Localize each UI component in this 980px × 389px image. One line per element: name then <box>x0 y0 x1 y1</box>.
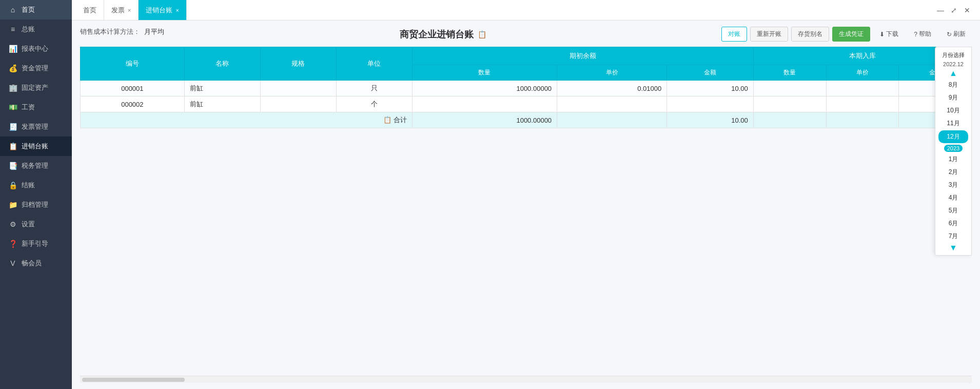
table-row: 000002 前缸 个 <box>81 96 972 112</box>
tab-home[interactable]: 首页 <box>76 0 104 20</box>
sidebar: ⌂ 首页 ≡ 总账 📊 报表中心 💰 资金管理 🏢 固定资产 💵 工资 🧾 发票… <box>0 0 72 389</box>
horizontal-scrollbar[interactable] <box>80 376 972 383</box>
sidebar-item-home[interactable]: ⌂ 首页 <box>0 0 72 20</box>
refresh-button[interactable]: ↻ 刷新 <box>940 27 972 41</box>
generate-voucher-button[interactable]: 生成凭证 <box>832 27 870 42</box>
ledger-icon: ≡ <box>8 25 17 33</box>
month-item-8[interactable]: 8月 <box>935 79 971 91</box>
sidebar-item-label: 报表中心 <box>22 44 48 53</box>
sidebar-item-label: 资金管理 <box>22 64 48 73</box>
tab-home-label: 首页 <box>83 6 96 15</box>
col-header-spec: 规格 <box>260 47 336 81</box>
member-icon: V <box>8 259 17 267</box>
download-button[interactable]: ⬇ 下载 <box>873 27 905 41</box>
row-spec <box>260 81 336 96</box>
maximize-button[interactable]: ⤢ <box>949 6 958 15</box>
salary-icon: 💵 <box>8 103 17 111</box>
window-controls: — ⤢ ✕ <box>936 6 976 15</box>
sidebar-item-label: 税务管理 <box>22 161 48 170</box>
save-alias-button[interactable]: 存货别名 <box>791 27 829 42</box>
month-item-7[interactable]: 7月 <box>935 230 971 243</box>
reopen-button[interactable]: 重新开账 <box>750 27 788 42</box>
sidebar-item-archive[interactable]: 📁 归档管理 <box>0 195 72 215</box>
reconcile-button[interactable]: 对账 <box>721 27 747 42</box>
sidebar-item-label: 畅会员 <box>22 259 42 268</box>
sidebar-item-tax[interactable]: 📑 税务管理 <box>0 156 72 176</box>
sidebar-item-label: 新手引导 <box>22 239 48 248</box>
sidebar-item-reports[interactable]: 📊 报表中心 <box>0 39 72 59</box>
cost-method-value: 月平均 <box>144 27 164 36</box>
col-header-unit: 单位 <box>336 47 412 81</box>
month-item-6[interactable]: 6月 <box>935 217 971 230</box>
sidebar-item-settings[interactable]: ⚙ 设置 <box>0 215 72 234</box>
row-opening-price <box>557 96 667 112</box>
month-scroll-down[interactable]: ▼ <box>949 243 957 253</box>
sidebar-item-label: 归档管理 <box>22 200 48 209</box>
page-title: 商贸企业进销台账 📋 <box>172 28 713 41</box>
month-panel-year-2022[interactable]: 2022.12 <box>943 60 964 68</box>
month-scroll-up[interactable]: ▲ <box>949 68 957 79</box>
tab-invoice[interactable]: 发票 × <box>104 0 139 20</box>
month-item-2[interactable]: 2月 <box>935 166 971 179</box>
month-item-11[interactable]: 11月 <box>935 117 971 130</box>
toolbar: 对账 重新开账 存货别名 生成凭证 ⬇ 下载 ? 帮助 ↻ 刷新 <box>721 27 972 42</box>
content-area: 销售成本计算方法： 月平均 商贸企业进销台账 📋 对账 重新开账 存货别名 生成… <box>72 21 980 389</box>
row-inbound-price <box>826 81 899 96</box>
help-button[interactable]: ? 帮助 <box>908 27 937 41</box>
sidebar-item-close-accounts[interactable]: 🔒 结账 <box>0 176 72 195</box>
total-opening-qty: 1000.00000 <box>412 112 557 128</box>
tab-inventory-close[interactable]: × <box>175 7 179 13</box>
month-item-3[interactable]: 3月 <box>935 179 971 191</box>
archive-icon: 📁 <box>8 201 17 209</box>
sidebar-item-member[interactable]: V 畅会员 <box>0 254 72 273</box>
row-spec <box>260 96 336 112</box>
tab-invoice-close[interactable]: × <box>128 7 131 13</box>
sidebar-item-ledger[interactable]: ≡ 总账 <box>0 20 72 39</box>
row-unit: 只 <box>336 81 412 96</box>
sidebar-item-label: 设置 <box>22 220 35 229</box>
col-header-opening-qty: 数量 <box>412 65 557 81</box>
settings-icon: ⚙ <box>8 220 17 228</box>
close-window-button[interactable]: ✕ <box>963 6 972 15</box>
row-name: 前缸 <box>184 81 260 96</box>
row-id: 000002 <box>81 96 185 112</box>
month-item-12[interactable]: 12月 <box>938 130 968 143</box>
tab-inventory[interactable]: 进销台账 × <box>139 0 186 20</box>
row-inbound-qty <box>753 81 826 96</box>
row-id: 000001 <box>81 81 185 96</box>
sidebar-item-inventory[interactable]: 📋 进销台账 <box>0 137 72 156</box>
row-unit: 个 <box>336 96 412 112</box>
scrollbar-thumb[interactable] <box>82 378 185 382</box>
sidebar-item-funds[interactable]: 💰 资金管理 <box>0 59 72 78</box>
total-opening-amount: 10.00 <box>667 112 754 128</box>
year-2023-badge[interactable]: 2023 <box>944 145 963 152</box>
month-item-5[interactable]: 5月 <box>935 204 971 217</box>
col-header-opening-price: 单价 <box>557 65 667 81</box>
col-header-inbound-price: 单价 <box>826 65 899 81</box>
col-header-opening-amount: 金额 <box>667 65 754 81</box>
tab-inventory-label: 进销台账 <box>146 6 172 15</box>
total-opening-price <box>557 112 667 128</box>
month-item-4[interactable]: 4月 <box>935 191 971 204</box>
sidebar-item-assets[interactable]: 🏢 固定资产 <box>0 78 72 98</box>
tab-bar: 首页 发票 × 进销台账 × — ⤢ ✕ <box>72 0 980 21</box>
sidebar-item-invoice-mgmt[interactable]: 🧾 发票管理 <box>0 117 72 137</box>
cost-method-label: 销售成本计算方法： <box>80 27 140 36</box>
table-row: 000001 前缸 只 1000.00000 0.01000 10.00 <box>81 81 972 96</box>
col-header-opening: 期初余额 <box>412 47 753 65</box>
sidebar-item-guide[interactable]: ❓ 新手引导 <box>0 234 72 254</box>
row-opening-qty <box>412 96 557 112</box>
sidebar-item-label: 固定资产 <box>22 83 48 92</box>
month-item-9[interactable]: 9月 <box>935 91 971 104</box>
sidebar-item-salary[interactable]: 💵 工资 <box>0 98 72 117</box>
info-icon[interactable]: 📋 <box>478 30 486 38</box>
assets-icon: 🏢 <box>8 84 17 92</box>
minimize-button[interactable]: — <box>936 6 945 15</box>
month-item-1[interactable]: 1月 <box>935 153 971 166</box>
col-header-name: 名称 <box>184 47 260 81</box>
month-item-10[interactable]: 10月 <box>935 104 971 117</box>
total-row: 📋合计 1000.00000 10.00 <box>81 112 972 128</box>
reports-icon: 📊 <box>8 45 17 53</box>
row-opening-qty: 1000.00000 <box>412 81 557 96</box>
guide-icon: ❓ <box>8 240 17 248</box>
